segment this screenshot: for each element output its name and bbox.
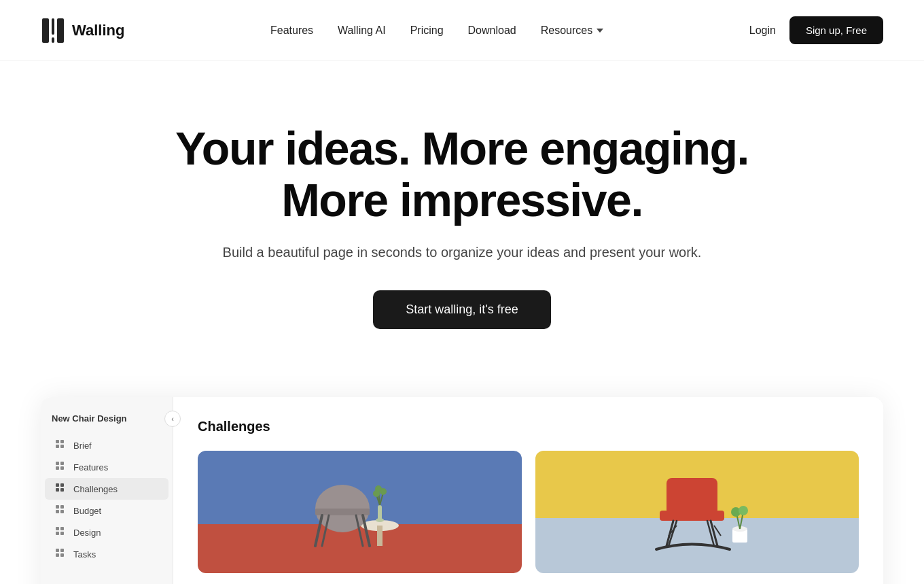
nav-pricing[interactable]: Pricing	[410, 24, 444, 36]
svg-rect-21	[660, 511, 724, 521]
challenges-icon	[56, 483, 67, 494]
hero-cta-button[interactable]: Start walling, it's free	[373, 290, 551, 329]
nav-resources-dropdown[interactable]: Resources	[541, 24, 603, 37]
nav-download[interactable]: Download	[468, 24, 516, 36]
hero-title: Your ideas. More engaging. More impressi…	[27, 122, 897, 226]
svg-rect-7	[315, 509, 370, 515]
hero-section: Your ideas. More engaging. More impressi…	[0, 61, 924, 370]
logo-link[interactable]: Walling	[41, 16, 124, 46]
svg-rect-5	[377, 526, 383, 546]
navbar: Walling Features Walling AI Pricing Down…	[0, 0, 924, 61]
demo-section: ‹ New Chair Design Brief	[41, 397, 883, 584]
nav-right: Login Sign up, Free	[749, 16, 883, 44]
chevron-down-icon	[597, 29, 603, 33]
hero-subtitle: Build a beautiful page in seconds to org…	[27, 245, 897, 260]
budget-icon	[56, 505, 67, 516]
sidebar-item-budget[interactable]: Budget	[45, 500, 168, 521]
demo-content-title: Challenges	[198, 419, 859, 434]
nav-walling-ai[interactable]: Walling AI	[338, 24, 386, 36]
svg-rect-2	[57, 18, 64, 43]
demo-sidebar: ‹ New Chair Design Brief	[41, 397, 173, 584]
sidebar-title: New Chair Design	[41, 413, 173, 434]
sidebar-item-challenges[interactable]: Challenges	[45, 478, 168, 500]
sidebar-items-list: Brief Features Challenge	[41, 434, 173, 565]
svg-line-23	[711, 521, 717, 546]
demo-main: Challenges	[173, 397, 883, 584]
design-icon	[56, 527, 67, 538]
svg-point-33	[739, 506, 748, 515]
features-icon	[56, 462, 67, 473]
brief-icon	[56, 440, 67, 451]
login-link[interactable]: Login	[749, 24, 776, 37]
svg-rect-0	[42, 18, 49, 43]
tasks-icon	[56, 549, 67, 560]
svg-point-19	[375, 485, 382, 492]
chair-image-1	[198, 451, 522, 573]
logo-text: Walling	[72, 22, 124, 39]
svg-rect-13	[378, 505, 382, 521]
svg-rect-3	[52, 37, 54, 43]
sidebar-item-brief[interactable]: Brief	[45, 434, 168, 456]
sidebar-item-design[interactable]: Design	[45, 521, 168, 543]
demo-card-1	[198, 451, 522, 573]
demo-card-2	[535, 451, 859, 573]
sidebar-item-features[interactable]: Features	[45, 456, 168, 478]
logo-icon	[41, 16, 65, 46]
nav-features[interactable]: Features	[270, 24, 313, 36]
sidebar-item-tasks[interactable]: Tasks	[45, 543, 168, 565]
chair-image-2	[535, 451, 859, 573]
svg-rect-20	[667, 478, 717, 515]
nav-links: Features Walling AI Pricing Download Res…	[270, 24, 603, 37]
demo-cards-grid	[198, 451, 859, 573]
svg-rect-1	[52, 18, 54, 35]
signup-button[interactable]: Sign up, Free	[789, 16, 883, 44]
